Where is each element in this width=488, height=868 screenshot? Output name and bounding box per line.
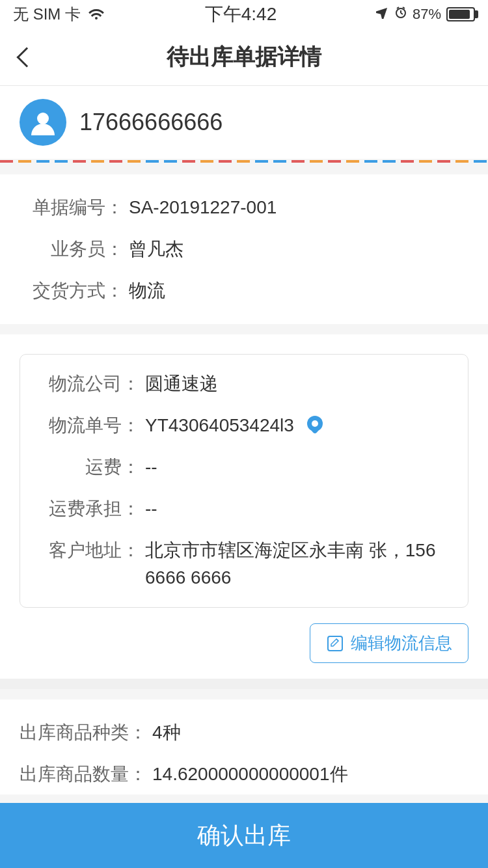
time-text: 下午4:42: [205, 2, 277, 27]
address-value: 北京市市辖区海淀区永丰南 张，156 6666 6666: [145, 537, 452, 591]
battery-percent: 87%: [413, 6, 441, 23]
avatar: [20, 99, 66, 146]
sales-person-row: 业务员： 曾凡杰: [20, 236, 468, 263]
page-title: 待出库单据详情: [167, 42, 321, 72]
dashed-divider: [0, 159, 488, 164]
edit-btn-row: 编辑物流信息: [0, 608, 488, 679]
customer-header: 17666666666: [0, 86, 488, 159]
tracking-number-row: 物流单号： YT43064053424l3: [36, 412, 452, 439]
svg-line-10: [336, 639, 338, 641]
avatar-icon: [29, 108, 57, 137]
document-number-row: 单据编号： SA-20191227-001: [20, 194, 468, 221]
stock-info-section: 出库商品种类： 4种 出库商品数量： 14.620000000000001件: [0, 699, 488, 794]
svg-line-3: [401, 13, 403, 14]
stock-types-row: 出库商品种类： 4种: [20, 719, 468, 746]
freight-label: 运费：: [36, 454, 145, 481]
svg-point-6: [37, 113, 49, 124]
section-divider: [0, 679, 488, 689]
logistics-company-row: 物流公司： 圆通速递: [36, 370, 452, 398]
svg-line-4: [397, 7, 399, 8]
freight-value: --: [145, 454, 452, 481]
freight-bearer-label: 运费承担：: [36, 495, 145, 522]
svg-marker-0: [376, 6, 389, 19]
tracking-number-label: 物流单号：: [36, 412, 145, 439]
logistics-company-label: 物流公司：: [36, 370, 145, 398]
svg-point-8: [312, 420, 318, 427]
back-button[interactable]: [20, 29, 52, 86]
address-row: 客户地址： 北京市市辖区海淀区永丰南 张，156 6666 6666: [36, 537, 452, 591]
location-arrow-icon: [376, 6, 389, 23]
sales-person-value: 曾凡杰: [129, 236, 468, 263]
tracking-number-value: YT43064053424l3: [145, 412, 452, 439]
status-left: 无 SIM 卡: [13, 4, 105, 25]
order-info-section: 单据编号： SA-20191227-001 业务员： 曾凡杰 交货方式： 物流: [0, 174, 488, 324]
carrier-text: 无 SIM 卡: [13, 4, 81, 25]
sales-person-label: 业务员：: [20, 236, 129, 263]
status-bar: 无 SIM 卡 下午4:42: [0, 0, 488, 29]
confirm-outbound-button[interactable]: 确认出库: [0, 803, 488, 868]
freight-bearer-value: --: [145, 495, 452, 522]
battery-icon: [446, 7, 475, 21]
nav-bar: 待出库单据详情: [0, 29, 488, 86]
document-number-value: SA-20191227-001: [129, 194, 468, 221]
back-chevron-icon: [16, 47, 36, 67]
map-pin-icon[interactable]: [303, 414, 327, 437]
freight-bearer-row: 运费承担： --: [36, 495, 452, 522]
stock-types-label: 出库商品种类：: [20, 719, 152, 746]
logistics-inner: 物流公司： 圆通速递 物流单号： YT43064053424l3 运费： -: [20, 354, 468, 608]
document-number-label: 单据编号：: [20, 194, 129, 221]
edit-logistics-button[interactable]: 编辑物流信息: [310, 623, 468, 663]
customer-phone: 17666666666: [79, 109, 223, 136]
logistics-section: 物流公司： 圆通速递 物流单号： YT43064053424l3 运费： -: [0, 334, 488, 608]
stock-types-value: 4种: [152, 719, 468, 746]
delivery-method-value: 物流: [129, 277, 468, 305]
stock-quantity-value: 14.620000000000001件: [152, 761, 468, 788]
delivery-method-label: 交货方式：: [20, 277, 129, 305]
wifi-icon: [87, 5, 105, 23]
status-right: 87%: [376, 6, 475, 23]
edit-icon: [326, 634, 344, 653]
alarm-icon: [394, 6, 407, 23]
stock-quantity-row: 出库商品数量： 14.620000000000001件: [20, 761, 468, 788]
stock-quantity-label: 出库商品数量：: [20, 761, 152, 788]
delivery-method-row: 交货方式： 物流: [20, 277, 468, 305]
confirm-outbound-label: 确认出库: [197, 820, 291, 852]
edit-logistics-label: 编辑物流信息: [351, 632, 452, 655]
logistics-company-value: 圆通速递: [145, 370, 452, 398]
freight-row: 运费： --: [36, 454, 452, 481]
address-label: 客户地址：: [36, 537, 145, 564]
svg-line-5: [403, 7, 405, 8]
